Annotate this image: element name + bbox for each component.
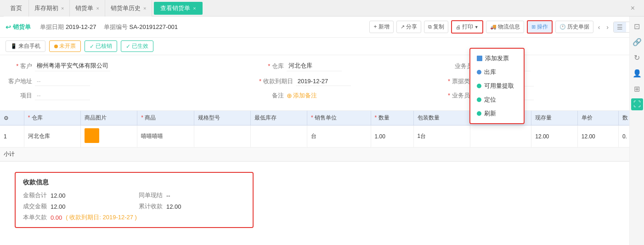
view-list-button[interactable]: ☰ xyxy=(614,22,626,32)
row-sales-unit: 台 xyxy=(307,125,371,148)
nav-next-button[interactable]: › xyxy=(604,22,610,33)
tab-inventory-init-label: 库存期初 xyxy=(34,4,58,12)
doc-type-title: ↩ 销货单 xyxy=(6,23,31,31)
project-value[interactable]: -- xyxy=(35,91,90,100)
toolbar: + 新增 ↗ 分享 ⧉ 复制 🖨 打印 ▼ 🚚 物流信息 xyxy=(369,20,638,34)
payment-title: 收款信息 xyxy=(23,178,245,187)
current-due-row: 本单欠款 0.00 ( 收款到期日: 2019-12-27 ) xyxy=(23,213,245,222)
customer-label: 客户 xyxy=(7,62,35,70)
not-opened-button[interactable]: 未开票 xyxy=(49,40,81,52)
transaction-amount-value: 12.00 xyxy=(51,203,66,210)
share-button-label: 分享 xyxy=(406,23,417,31)
row-warehouse: 河北仓库 xyxy=(24,125,80,148)
confirmed-label: 已核销 xyxy=(96,42,112,50)
project-field: 项目 -- xyxy=(7,91,259,100)
col-sales-unit: 销售单位 xyxy=(307,111,371,125)
col-product-img: 商品图片 xyxy=(80,111,137,125)
share-button[interactable]: ↗ 分享 xyxy=(396,21,421,33)
tab-inventory-init-close[interactable]: × xyxy=(61,6,64,11)
form-row-2: 客户地址 -- 收款到期日 2019-12-27 票据类型 不开票 xyxy=(7,76,637,86)
row-pack-qty: 1台 xyxy=(413,125,470,148)
refresh-item[interactable]: 刷新 xyxy=(470,107,524,120)
project-label: 项目 xyxy=(7,91,35,100)
main-area: ↩ 销货单 单据日期 2019-12-27 单据编号 SA-20191227-0… xyxy=(0,17,644,245)
outbound-item[interactable]: 出库 xyxy=(470,65,524,79)
sidebar-document-icon[interactable]: ⊡ xyxy=(631,20,643,32)
outbound-label: 出库 xyxy=(484,68,496,76)
col-quantity: 数量 xyxy=(371,111,413,125)
warehouse-value[interactable]: 河北仓库 xyxy=(287,61,342,71)
operations-button[interactable]: ⊞ 操作 xyxy=(527,20,553,34)
tab-sales-order[interactable]: 销货单 × xyxy=(70,0,105,17)
nav-prev-button[interactable]: ‹ xyxy=(596,22,602,33)
same-order-label: 同单现结 xyxy=(139,191,163,199)
row-available xyxy=(470,125,531,148)
history-button-label: 历史单据 xyxy=(567,23,589,31)
history-button[interactable]: 🕐 历史单据 xyxy=(555,21,593,33)
row-spec xyxy=(194,125,250,148)
col-settings[interactable]: ⚙ xyxy=(0,111,24,125)
sidebar-refresh-icon[interactable]: ↻ xyxy=(631,51,643,63)
sidebar-table-icon[interactable]: ⊞ xyxy=(631,83,643,95)
address-field: 客户地址 -- xyxy=(7,77,259,86)
add-invoice-label: 添加发票 xyxy=(485,54,509,63)
sidebar-link-icon[interactable]: 🔗 xyxy=(631,36,643,48)
operations-dropdown: 添加发票 出库 可用量提取 定位 刷新 xyxy=(469,48,525,124)
customer-value[interactable]: 柳州粤港平安气体有限公司 xyxy=(35,61,110,71)
locate-item[interactable]: 定位 xyxy=(470,93,524,107)
not-opened-label: 未开票 xyxy=(59,42,76,50)
same-order-value: -- xyxy=(166,192,170,199)
address-value[interactable]: -- xyxy=(35,77,90,86)
status-row: 📱 来自手机 未开票 ✓ 已核销 ✓ 已生效 xyxy=(0,38,644,55)
tab-bar: 首页 库存期初 × 销货单 × 销货单历史 × 查看销货单 × × xyxy=(0,0,644,17)
logistics-button[interactable]: 🚚 物流信息 xyxy=(486,21,524,33)
cumulative-payment-label: 累计收款 xyxy=(139,202,163,211)
copy-button[interactable]: ⧉ 复制 xyxy=(424,21,448,33)
outbound-icon xyxy=(477,70,481,74)
tab-view-sales-label: 查看销货单 xyxy=(160,4,190,12)
right-sidebar: ⊡ 🔗 ↻ 👤 ⊞ ⛶ xyxy=(629,17,644,245)
doc-meta: 单据日期 2019-12-27 单据编号 SA-20191227-001 xyxy=(40,23,369,31)
row-min-stock xyxy=(250,125,307,148)
sidebar-user-icon[interactable]: 👤 xyxy=(631,67,643,79)
new-button-label: + 新增 xyxy=(373,23,389,31)
effective-button[interactable]: ✓ 已生效 xyxy=(121,40,153,52)
available-qty-item[interactable]: 可用量提取 xyxy=(470,79,524,93)
tab-view-sales[interactable]: 查看销货单 × xyxy=(154,2,202,15)
payment-area: 收款信息 金额合计 12.00 同单现结 -- 成交金额 12.00 xyxy=(0,162,644,238)
row-product-img xyxy=(80,125,137,148)
available-qty-label: 可用量提取 xyxy=(484,82,514,90)
gear-icon: ⚙ xyxy=(4,115,9,121)
warehouse-label: 仓库 xyxy=(259,62,287,70)
doc-date-value: 2019-12-27 xyxy=(66,23,96,30)
window-close-button[interactable]: × xyxy=(625,4,640,12)
tab-sales-history[interactable]: 销货单历史 × xyxy=(105,0,152,17)
tab-home-label: 首页 xyxy=(10,4,22,12)
tab-sales-order-close[interactable]: × xyxy=(96,6,99,11)
tab-home[interactable]: 首页 xyxy=(4,0,29,17)
col-pack-qty: 包装数量 xyxy=(413,111,470,125)
tab-inventory-init[interactable]: 库存期初 × xyxy=(29,0,70,17)
add-invoice-item[interactable]: 添加发票 xyxy=(470,51,524,65)
refresh-icon xyxy=(477,111,481,116)
print-button-label: 打印 xyxy=(462,23,473,31)
copy-button-label: 复制 xyxy=(433,23,444,31)
tab-sales-history-close[interactable]: × xyxy=(143,6,146,11)
total-amount-row: 金额合计 12.00 xyxy=(23,191,130,199)
col-product: 商品 xyxy=(137,111,194,125)
row-product[interactable]: 嘻嘻嘻嘻 xyxy=(137,125,194,148)
doc-date-label: 单据日期 xyxy=(40,23,64,31)
new-button[interactable]: + 新增 xyxy=(369,21,393,33)
col-min-stock: 最低库存 xyxy=(250,111,307,125)
from-phone-button[interactable]: 📱 来自手机 xyxy=(6,40,45,52)
current-due-value: 0.00 xyxy=(51,214,62,221)
subtotal-label: 小计 xyxy=(0,148,644,161)
print-button[interactable]: 🖨 打印 ▼ xyxy=(451,20,483,34)
row-num: 1 xyxy=(0,125,24,148)
payment-date-value[interactable]: 2019-12-27 xyxy=(296,77,351,86)
add-note-button[interactable]: ⊕ 添加备注 xyxy=(287,91,317,100)
confirmed-button[interactable]: ✓ 已核销 xyxy=(85,40,117,52)
tab-view-sales-close[interactable]: × xyxy=(193,6,196,11)
doc-type-label: 销货单 xyxy=(13,23,31,31)
sidebar-fullscreen-icon[interactable]: ⛶ xyxy=(631,98,643,110)
